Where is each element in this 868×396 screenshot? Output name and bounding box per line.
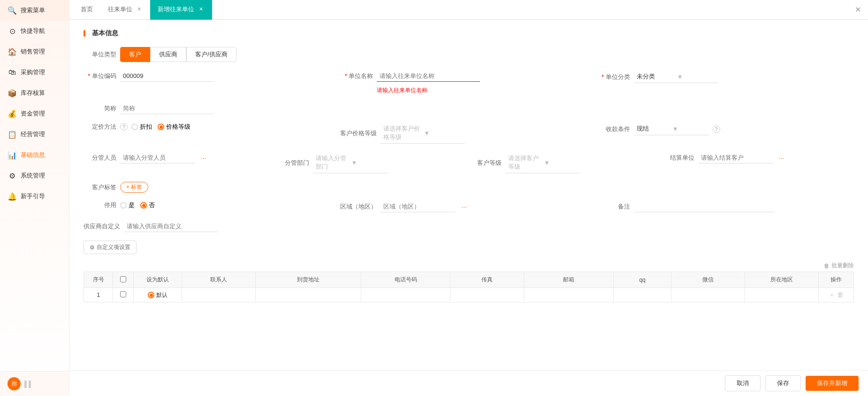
unit-category-value: 未分类 <box>637 72 675 81</box>
sidebar: 🔍 搜索菜单 ⊙ 快捷导航 🏠 销售管理 🛍 采购管理 📦 库存核算 💰 资金管… <box>0 0 69 396</box>
pricing-pricelevel-option[interactable]: 价格等级 <box>158 123 190 131</box>
settlement-more-icon[interactable]: ··· <box>777 154 786 162</box>
pricing-discount-label: 折扣 <box>140 123 152 131</box>
remark-input[interactable] <box>634 201 775 212</box>
payment-help-icon[interactable]: ? <box>713 125 720 133</box>
unit-name-error: 请输入往来单位名称 <box>377 86 427 94</box>
custom-settings-label: 自定义项设置 <box>97 243 130 251</box>
row-phone-input[interactable] <box>382 292 429 299</box>
manager-input[interactable] <box>120 152 195 163</box>
unit-name-label: 单位名称 <box>340 72 373 80</box>
row-add-icon[interactable]: ＋ <box>829 291 835 298</box>
supplier-custom-input[interactable] <box>124 221 218 232</box>
region-input[interactable] <box>381 201 456 212</box>
pricing-pricelevel-label: 价格等级 <box>166 123 190 131</box>
disabled-yes-option[interactable]: 是 <box>120 201 135 210</box>
sidebar-item-operations[interactable]: 📋 经营管理 <box>0 124 69 145</box>
tab-new-contact[interactable]: 新增往来单位 ✕ <box>150 0 212 20</box>
row-checkbox-cell <box>113 288 134 303</box>
abbreviation-input[interactable] <box>120 103 214 114</box>
department-arrow: ▼ <box>351 159 385 166</box>
row-delete-icon[interactable]: 🗑 <box>837 291 844 298</box>
sidebar-item-sales-label: 销售管理 <box>21 47 45 56</box>
unit-type-both-btn[interactable]: 客户/供应商 <box>186 47 236 62</box>
pricing-row: 定价方法 ? 折扣 价格等级 客户价格等级 请选择客户价格等级 <box>84 123 854 144</box>
payment-terms-select[interactable]: 现结 ▼ <box>634 123 709 135</box>
pricing-method-item: 定价方法 ? 折扣 价格等级 <box>84 123 340 131</box>
sidebar-item-sales[interactable]: 🏠 销售管理 <box>0 41 69 62</box>
row-address-input[interactable] <box>280 292 336 299</box>
row-wechat-cell <box>671 288 745 303</box>
disabled-label: 停用 <box>84 201 116 210</box>
sidebar-item-search[interactable]: 🔍 搜索菜单 <box>0 0 69 21</box>
row-email-input[interactable] <box>545 292 592 299</box>
main-content: 首页 往来单位 ✕ 新增往来单位 ✕ ✕ 基本信息 单位类型 客户 供应商 客户… <box>69 0 868 396</box>
add-tag-button[interactable]: + 标签 <box>120 182 148 193</box>
section-title-text: 基本信息 <box>92 29 118 38</box>
department-placeholder: 请输入分管部门 <box>316 154 350 171</box>
unit-type-supplier-btn[interactable]: 供应商 <box>150 47 186 62</box>
col-wechat: 微信 <box>671 272 745 288</box>
window-close-button[interactable]: ✕ <box>851 3 864 16</box>
settlement-unit-item: 结算单位 ··· <box>662 152 854 163</box>
pricing-discount-option[interactable]: 折扣 <box>131 123 152 131</box>
sidebar-item-quicknav[interactable]: ⊙ 快捷导航 <box>0 21 69 41</box>
customer-price-level-value: 请选择客户价格等级 <box>383 124 422 141</box>
manager-item: 分管人员 ··· <box>84 152 276 163</box>
manager-more-icon[interactable]: ··· <box>199 154 208 162</box>
settlement-unit-input[interactable] <box>698 152 773 163</box>
tag-item: 客户标签 + 标签 <box>84 182 854 193</box>
sidebar-item-quicknav-label: 快捷导航 <box>21 27 45 35</box>
sidebar-item-guide[interactable]: 🔔 新手引导 <box>0 186 69 207</box>
region-item: 区域（地区） ··· <box>340 201 597 212</box>
sales-icon: 🏠 <box>8 47 17 56</box>
unit-code-item: 单位编码 <box>84 70 340 82</box>
row-fax-input[interactable] <box>468 292 506 299</box>
inventory-icon: 📦 <box>8 88 17 98</box>
tab-contacts[interactable]: 往来单位 ✕ <box>100 0 150 20</box>
row-contact-input[interactable] <box>200 292 237 299</box>
batch-delete-button[interactable]: 🗑 批量删除 <box>824 262 854 270</box>
row-default-radio-item[interactable]: 默认 <box>137 291 179 299</box>
row-qq-input[interactable] <box>628 292 656 299</box>
sidebar-item-system[interactable]: ⚙ 系统管理 <box>0 165 69 186</box>
row-region-input[interactable] <box>763 292 800 299</box>
tab-new-contact-close[interactable]: ✕ <box>197 6 205 13</box>
department-select[interactable]: 请输入分管部门 ▼ <box>313 152 388 173</box>
disabled-no-option[interactable]: 否 <box>140 201 155 210</box>
pricing-help-icon[interactable]: ? <box>120 123 128 131</box>
unit-type-customer-btn[interactable]: 客户 <box>120 47 150 62</box>
row-wechat-input[interactable] <box>689 292 727 299</box>
sidebar-item-inventory[interactable]: 📦 库存核算 <box>0 83 69 103</box>
unit-code-input[interactable] <box>120 70 214 82</box>
sidebar-item-system-label: 系统管理 <box>21 171 45 180</box>
operations-icon: 📋 <box>8 130 17 139</box>
sidebar-item-purchase[interactable]: 🛍 采购管理 <box>0 62 69 83</box>
sidebar-item-finance[interactable]: 💰 资金管理 <box>0 103 69 124</box>
row-address-cell <box>256 288 361 303</box>
sidebar-item-basic[interactable]: 📊 基础信息 <box>0 145 69 165</box>
customer-price-level-select[interactable]: 请选择客户价格等级 ▼ <box>381 123 465 144</box>
remark-label: 备注 <box>597 202 630 211</box>
customer-price-level-item: 客户价格等级 请选择客户价格等级 ▼ <box>340 123 597 144</box>
region-more-icon[interactable]: ··· <box>459 203 469 210</box>
sidebar-item-finance-label: 资金管理 <box>21 109 45 118</box>
sidebar-item-basic-label: 基础信息 <box>21 151 45 159</box>
save-button[interactable]: 保存 <box>765 375 801 391</box>
abbreviation-item: 简称 <box>84 103 854 114</box>
payment-terms-arrow: ▼ <box>672 125 706 132</box>
unit-name-input[interactable] <box>377 70 480 82</box>
tab-contacts-close[interactable]: ✕ <box>135 6 143 13</box>
customer-level-select[interactable]: 请选择客户等级 ▼ <box>505 152 580 173</box>
select-all-checkbox[interactable] <box>120 276 126 282</box>
save-and-new-button[interactable]: 保存并新增 <box>806 376 859 391</box>
unit-category-select[interactable]: 未分类 ▼ <box>634 70 718 83</box>
tab-home[interactable]: 首页 <box>73 0 100 20</box>
cancel-button[interactable]: 取消 <box>725 375 761 391</box>
tab-contacts-label: 往来单位 <box>108 5 132 14</box>
table-row: 1 默认 <box>84 288 854 303</box>
custom-settings-button[interactable]: ⚙ 自定义项设置 <box>84 241 137 254</box>
row-checkbox[interactable] <box>120 291 126 297</box>
batch-delete-label: 批量删除 <box>831 262 854 270</box>
sidebar-item-search-label: 搜索菜单 <box>21 6 45 15</box>
